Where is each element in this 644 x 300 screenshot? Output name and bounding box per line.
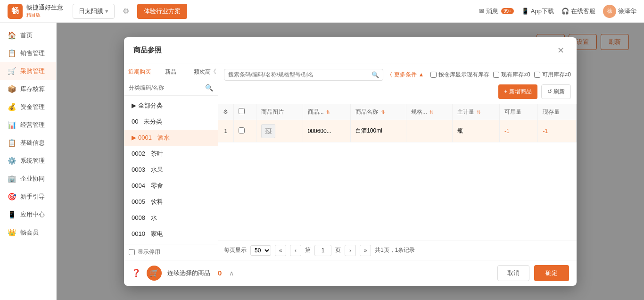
page-size-select[interactable]: 50 — [250, 245, 271, 256]
pagination-bar: 每页显示 50 « ‹ 第 页 › » 共1页，1条记录 — [218, 241, 577, 260]
sidebar-item-home[interactable]: 🏠 首页 — [0, 26, 56, 44]
checkbox-available-stock[interactable]: 可用库存≠0 — [534, 71, 571, 79]
add-product-button[interactable]: + 新增商品 — [498, 84, 537, 99]
collapse-footer-icon[interactable]: ∧ — [229, 269, 234, 277]
product-thumbnail: 🖼 — [261, 124, 275, 138]
cart-button[interactable]: 🛒 — [147, 266, 162, 281]
main-layout: 🏠 首页 📋 销售管理 🛒 采购管理 📦 库存核算 💰 资金管理 📊 经营管理 … — [0, 23, 644, 300]
product-reference-modal: 商品参照 ✕ 近期购买 新品 频次高 《 — [124, 37, 577, 286]
message-icon: ✉ — [479, 8, 484, 15]
category-item-0002[interactable]: 0002 茶叶 — [124, 146, 218, 162]
filter-button[interactable]: ⟨ 更多条件 ▲ — [387, 69, 427, 81]
sort-code-icon: ⇅ — [326, 109, 330, 115]
category-search-input[interactable] — [129, 84, 202, 91]
sidebar-item-guide[interactable]: 🎯 新手引导 — [0, 188, 56, 206]
row-checkbox[interactable] — [239, 127, 245, 133]
messages-button[interactable]: ✉ 消息 99+ — [479, 7, 514, 16]
avatar: 徐 — [603, 5, 616, 18]
category-item-0008[interactable]: 0008 水 — [124, 210, 218, 226]
col-checkbox — [233, 104, 256, 120]
sidebar-item-purchase[interactable]: 🛒 采购管理 — [0, 62, 56, 80]
chevron-down-icon: ▾ — [105, 8, 108, 15]
cancel-button[interactable]: 取消 — [497, 265, 529, 281]
page-number-input[interactable] — [314, 245, 331, 256]
page-suffix: 页 — [335, 246, 341, 254]
tab-new-products[interactable]: 新品 — [155, 64, 186, 80]
cell-spec — [406, 120, 452, 142]
next-page-button[interactable]: › — [345, 245, 356, 256]
toolbar-right: + 新增商品 ↺ 刷新 — [498, 84, 571, 99]
category-item-0004[interactable]: 0004 零食 — [124, 178, 218, 194]
help-icon[interactable]: ❓ — [132, 268, 141, 277]
category-item-0005[interactable]: 0005 饮料 — [124, 194, 218, 210]
nav-selector[interactable]: 日太阳膜 ▾ — [73, 4, 115, 19]
search-icon[interactable]: 🔍 — [372, 71, 379, 78]
display-disabled-label[interactable]: 显示停用 — [138, 248, 160, 256]
collapse-category-button[interactable]: 《 — [208, 67, 218, 76]
col-code[interactable]: 商品... ⇅ — [303, 104, 351, 120]
table-row[interactable]: 1 🖼 000600... 白酒100ml — [218, 120, 577, 142]
product-table-wrap: ⚙ 商品图片 商品... ⇅ 商品名称 — [218, 104, 577, 241]
checkbox-warehouse-stock[interactable]: 按仓库显示现有库存 — [430, 71, 489, 79]
category-item-all[interactable]: ▶ 全部分类 — [124, 98, 218, 114]
category-search-icon[interactable]: 🔍 — [205, 84, 213, 92]
category-item-0003[interactable]: 0003 水果 — [124, 162, 218, 178]
refresh-button[interactable]: ↺ 刷新 — [541, 84, 571, 99]
sidebar-item-inventory[interactable]: 📦 库存核算 — [0, 80, 56, 98]
arrow-right-icon: ▶ — [132, 102, 136, 109]
cell-code: 000600... — [303, 120, 351, 142]
first-page-button[interactable]: « — [275, 245, 286, 256]
display-disabled-area: 显示停用 — [124, 244, 218, 260]
sidebar-item-system[interactable]: ⚙️ 系统管理 — [0, 152, 56, 170]
sidebar-item-finance[interactable]: 💰 资金管理 — [0, 98, 56, 116]
sidebar-item-enterprise[interactable]: 🏢 企业协同 — [0, 170, 56, 188]
selected-count: 0 — [218, 269, 222, 277]
product-panel: 🔍 ⟨ 更多条件 ▲ 按仓库显示现有库存 — [218, 64, 577, 260]
col-name[interactable]: 商品名称 ⇅ — [351, 104, 406, 120]
user-profile[interactable]: 徐 徐泽华 — [603, 5, 636, 18]
sidebar-item-member[interactable]: 👑 畅会员 — [0, 224, 56, 242]
cell-name: 白酒100ml — [351, 120, 406, 142]
checkbox-current-stock[interactable]: 现有库存≠0 — [493, 71, 530, 79]
sidebar: 🏠 首页 📋 销售管理 🛒 采购管理 📦 库存核算 💰 资金管理 📊 经营管理 … — [0, 23, 57, 300]
col-settings[interactable]: ⚙ — [218, 104, 233, 120]
select-all-checkbox[interactable] — [239, 108, 245, 114]
category-panel: 近期购买 新品 频次高 《 🔍 ▶ 全部分类 — [124, 64, 218, 260]
confirm-button[interactable]: 确定 — [534, 265, 569, 281]
last-page-button[interactable]: » — [360, 245, 371, 256]
product-search-input[interactable] — [228, 71, 370, 78]
content-area: 查询 设置 刷新 商品参照 ✕ 近期购买 新品 — [57, 23, 644, 300]
page-label: 第 — [305, 246, 311, 254]
top-nav: 畅 畅捷通好生意 精目版 日太阳膜 ▾ ⚙ 体验行业方案 ✉ 消息 99+ 📱 … — [0, 0, 644, 23]
inventory-icon: 📦 — [8, 85, 17, 93]
category-item-0010[interactable]: 0010 家电 — [124, 226, 218, 242]
settings-icon[interactable]: ⚙ — [118, 4, 133, 19]
category-item-00[interactable]: 00 未分类 — [124, 114, 218, 130]
prev-page-button[interactable]: ‹ — [290, 245, 301, 256]
cell-available: -1 — [500, 120, 538, 142]
tab-recent-purchase[interactable]: 近期购买 — [124, 64, 155, 80]
system-icon: ⚙️ — [8, 157, 17, 165]
category-item-0001[interactable]: ▶ 0001 酒水 — [124, 130, 218, 146]
selected-label: 连续选择的商品 — [167, 269, 210, 277]
messages-badge: 99+ — [501, 8, 514, 14]
modal-close-button[interactable]: ✕ — [554, 44, 567, 57]
display-disabled-checkbox[interactable] — [129, 249, 135, 255]
sidebar-item-sales[interactable]: 📋 销售管理 — [0, 44, 56, 62]
sidebar-item-operations[interactable]: 📊 经营管理 — [0, 116, 56, 134]
online-service-button[interactable]: 🎧 在线客服 — [561, 7, 595, 16]
sidebar-item-basic[interactable]: 📋 基础信息 — [0, 134, 56, 152]
trial-button[interactable]: 体验行业方案 — [137, 4, 187, 19]
sidebar-item-apps[interactable]: 📱 应用中心 — [0, 206, 56, 224]
footer-actions: 取消 确定 — [497, 265, 569, 281]
cell-unit: 瓶 — [452, 120, 500, 142]
table-header: ⚙ 商品图片 商品... ⇅ 商品名称 — [218, 104, 577, 120]
app-download-button[interactable]: 📱 App下载 — [521, 7, 554, 16]
col-spec[interactable]: 规格... ⇅ — [406, 104, 452, 120]
modal-footer: ❓ 🛒 连续选择的商品 0 ∧ 取消 确定 — [124, 260, 577, 286]
col-unit[interactable]: 主计量 ⇅ — [452, 104, 500, 120]
table-body: 1 🖼 000600... 白酒100ml — [218, 120, 577, 142]
modal-header: 商品参照 ✕ — [124, 37, 577, 64]
logo-area: 畅 畅捷通好生意 精目版 — [8, 4, 63, 19]
col-image: 商品图片 — [256, 104, 303, 120]
